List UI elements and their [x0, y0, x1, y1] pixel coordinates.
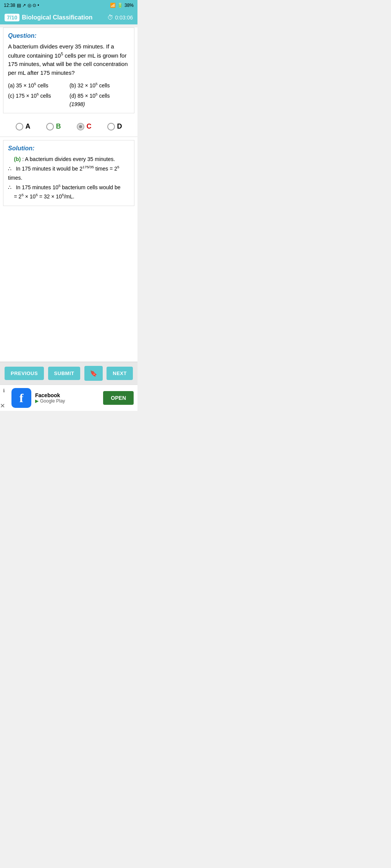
battery-level: 38% [124, 3, 134, 8]
choice-d[interactable]: D [107, 122, 122, 130]
radio-inner-c [79, 125, 82, 128]
submit-button[interactable]: SUBMIT [48, 367, 81, 380]
option-c: (c) 175 × 105 cells [8, 91, 68, 108]
choice-c[interactable]: C [77, 122, 92, 130]
ad-open-button[interactable]: OPEN [103, 391, 134, 405]
ad-app-title: Facebook [35, 392, 99, 398]
choice-label-b: B [56, 122, 61, 130]
bottom-nav-bar: PREVIOUS SUBMIT 🔖 NEXT [0, 362, 137, 385]
content-spacer [0, 209, 137, 362]
header-bar: 7/10 Biological Classification ⏱ 0:03:06 [0, 11, 137, 24]
ad-banner: ℹ f Facebook ▶ Google Play OPEN ✕ [0, 385, 137, 411]
radio-a[interactable] [16, 123, 23, 130]
bookmark-button[interactable]: 🔖 [84, 366, 103, 381]
main-content: Question: A bacterium divides every 35 m… [0, 27, 137, 362]
options-grid: (a) 35 × 105 cells (b) 32 × 105 cells (c… [8, 81, 129, 108]
solution-label: Solution: [8, 145, 129, 152]
timer-value: 0:03:06 [115, 14, 133, 21]
radio-c[interactable] [77, 123, 84, 130]
ad-close-button[interactable]: ✕ [0, 402, 5, 409]
time-display: 12:38 [4, 3, 15, 8]
answer-selection: A B C D [0, 116, 137, 137]
status-left: 12:38 ▤ ↗ ◎ ⊙ • [4, 3, 39, 8]
choice-a[interactable]: A [16, 122, 31, 130]
option-a: (a) 35 × 105 cells [8, 81, 68, 90]
question-label: Question: [8, 32, 129, 39]
notification-icons: ▤ ↗ ◎ ⊙ • [17, 3, 39, 8]
progress-badge: 7/10 [5, 14, 19, 21]
choice-label-d: D [117, 122, 122, 130]
choice-b[interactable]: B [46, 122, 61, 130]
ad-store-name: Google Play [40, 398, 65, 404]
solution-body: (b) : A bacterium divides every 35 minut… [8, 155, 129, 201]
quiz-title: Biological Classification [22, 14, 92, 21]
solution-answer-marker: (b) [14, 156, 21, 162]
next-button[interactable]: NEXT [107, 367, 133, 380]
status-bar: 12:38 ▤ ↗ ◎ ⊙ • 📶 🔋 38% [0, 0, 137, 11]
question-body: A bacterium divides every 35 minutes. If… [8, 42, 129, 77]
previous-button[interactable]: PREVIOUS [5, 367, 44, 380]
signal-icon: 📶 [110, 3, 116, 8]
option-b: (b) 32 × 105 cells [69, 81, 129, 90]
header-progress: 7/10 Biological Classification [5, 14, 92, 21]
facebook-icon: f [11, 388, 31, 408]
status-right: 📶 🔋 38% [110, 3, 134, 8]
ad-info-icon: ℹ [3, 388, 5, 393]
battery-icon: 🔋 [117, 3, 123, 8]
choice-label-c: C [87, 122, 92, 130]
ad-store-label: ▶ Google Play [35, 398, 99, 404]
choice-label-a: A [26, 122, 31, 130]
ad-text-block: Facebook ▶ Google Play [35, 392, 99, 404]
solution-section: Solution: (b) : A bacterium divides ever… [3, 140, 134, 206]
timer-icon: ⏱ [107, 14, 113, 21]
option-d: (d) 85 × 105 cells (1998) [69, 91, 129, 108]
question-section: Question: A bacterium divides every 35 m… [3, 27, 134, 113]
radio-b[interactable] [46, 123, 54, 130]
radio-d[interactable] [107, 123, 115, 130]
timer-display: ⏱ 0:03:06 [107, 14, 133, 21]
play-store-icon: ▶ [35, 398, 39, 404]
